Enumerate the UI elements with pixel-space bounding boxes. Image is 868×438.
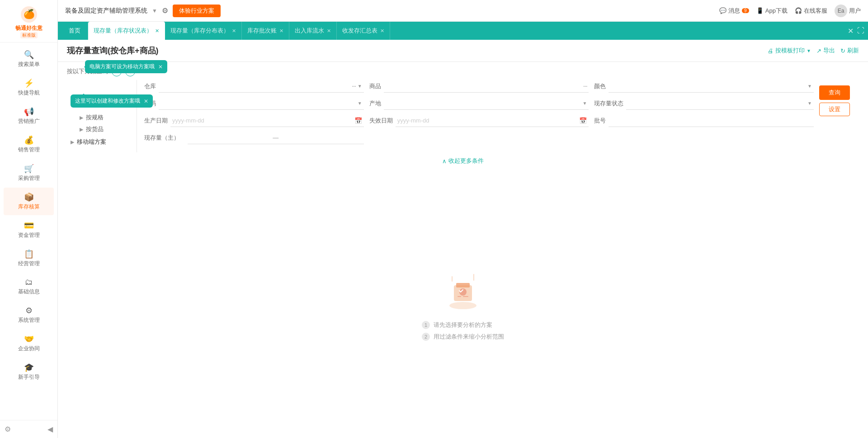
tab-inout-flow[interactable]: 出入库流水 ✕: [289, 22, 337, 40]
mobile-scheme-item[interactable]: ▶ 移动端方案: [67, 135, 137, 149]
sidebar-item-search[interactable]: 🔍 搜索菜单: [4, 45, 54, 73]
prod-date-start-input[interactable]: [172, 117, 353, 124]
tab-close-inventory-status[interactable]: ✕: [155, 28, 159, 34]
handshake-icon: 🤝: [24, 334, 34, 344]
settings-footer-icon[interactable]: ⚙: [5, 425, 11, 433]
pc-scheme-child-1[interactable]: ▶ 按规格: [76, 112, 137, 123]
fullscreen-btn[interactable]: ⛶: [857, 27, 864, 35]
scheme-panel: 这里可以创建和修改方案哦 ✕ ▼ 电脑端方案 ▶ 按规格: [67, 80, 137, 152]
search-icon: 🔍: [24, 50, 34, 60]
tab-collect-summary[interactable]: 收发存汇总表 ✕: [337, 22, 390, 40]
notification-btn[interactable]: 💬 消息 9: [719, 7, 749, 15]
tab-close-inventory-dist[interactable]: ✕: [232, 28, 236, 34]
tab-close-collect-summary[interactable]: ✕: [380, 28, 384, 34]
user-menu-btn[interactable]: Ea 用户: [835, 5, 861, 17]
field-prod-date: 生产日期 📅: [144, 114, 364, 127]
user-avatar: Ea: [835, 5, 847, 17]
warehouse-select[interactable]: ··· ▼: [159, 80, 364, 93]
sidebar-item-quicknav[interactable]: ⚡ 快捷导航: [4, 74, 54, 101]
system-dropdown-btn[interactable]: ▼: [152, 8, 157, 14]
sidebar-item-operations[interactable]: 📋 经营管理: [4, 245, 54, 272]
notification-icon: 💬: [719, 7, 726, 14]
search-btn[interactable]: 查询: [819, 85, 850, 100]
tab-home[interactable]: 首页: [61, 22, 88, 40]
tab-close-inout-flow[interactable]: ✕: [327, 28, 331, 34]
stock-qty-max-input[interactable]: [282, 134, 362, 141]
page-header: 现存量查询(按仓库+商品) 🖨 按模板打印 ▼ ↗ 导出 ↻ 刷新: [58, 40, 868, 62]
sidebar-item-marketing[interactable]: 📢 营销推广: [4, 102, 54, 130]
origin-select[interactable]: ▼: [384, 97, 589, 110]
sidebar-item-inventory[interactable]: 📦 库存核算: [4, 188, 54, 215]
warehouse-more-icon: ···: [352, 81, 356, 91]
header-settings-icon[interactable]: ⚙: [162, 6, 168, 15]
tab-inventory-dist[interactable]: 现存量（库存分布表） ✕: [165, 22, 242, 40]
field-stock-status: 现存量状态 ▼: [594, 97, 814, 110]
sidebar-item-finance[interactable]: 💳 资金管理: [4, 216, 54, 244]
search-btn-group: 查询 设置: [814, 80, 859, 152]
stock-qty-min-input[interactable]: [189, 134, 269, 141]
prod-date-control[interactable]: 📅: [170, 114, 364, 127]
empty-svg: [440, 267, 486, 312]
expire-date-control[interactable]: 📅: [396, 114, 589, 127]
page-title: 现存量查询(按仓库+商品): [67, 45, 159, 56]
tooltip1-close-btn[interactable]: ✕: [158, 64, 163, 70]
card-icon: 💳: [24, 221, 34, 231]
export-btn[interactable]: ↗ 导出: [816, 47, 835, 55]
lightning-icon: ⚡: [24, 78, 34, 88]
header-right: 💬 消息 9 📱 App下载 🎧 在线客服 Ea 用户: [719, 5, 861, 17]
print-btn[interactable]: 🖨 按模板打印 ▼: [768, 47, 811, 55]
tab-inventory-status[interactable]: 现存量（库存状况表） ✕: [88, 22, 165, 40]
header-left: 装备及固定资产辅助管理系统 ▼ ⚙ 体验行业方案: [65, 5, 221, 17]
pc-scheme-child-2[interactable]: ▶ 按货品: [76, 123, 137, 135]
folder-icon: 🗂: [25, 278, 33, 287]
color-select[interactable]: ▼: [609, 80, 814, 93]
empty-hint-2: 2 用过滤条件来缩小分析范围: [422, 333, 504, 341]
refresh-btn[interactable]: ↻ 刷新: [840, 47, 859, 55]
mobile-scheme-arrow: ▶: [71, 139, 74, 145]
color-chevron-icon: ▼: [807, 84, 812, 89]
batch-no-control[interactable]: [609, 114, 814, 127]
goods-select[interactable]: ···: [384, 80, 589, 93]
app-logo-icon: 🍊: [20, 5, 38, 24]
close-all-tabs-btn[interactable]: ✕: [848, 27, 854, 35]
sidebar-item-sales[interactable]: 💰 销售管理: [4, 131, 54, 158]
filter-row-4: 现存量（主） —: [144, 132, 814, 144]
expire-date-cal-icon[interactable]: 📅: [579, 117, 587, 124]
system-name: 装备及固定资产辅助管理系统: [65, 7, 147, 15]
goods-more-icon: ···: [583, 81, 587, 91]
empty-state: 1 请先选择要分析的方案 2 用过滤条件来缩小分析范围: [58, 170, 868, 438]
prod-date-cal-icon[interactable]: 📅: [354, 117, 362, 124]
filter-header-row: 按以下方案查询 ＋ ↻ « 电脑方案可设为移动方案哦 ✕: [58, 62, 868, 76]
empty-illustration: [440, 267, 486, 314]
sidebar-item-system[interactable]: ⚙ 系统管理: [4, 301, 54, 329]
create-tooltip: 这里可以创建和修改方案哦 ✕: [71, 94, 153, 108]
stock-status-select[interactable]: ▼: [626, 97, 814, 110]
sidebar-item-guide[interactable]: 🎓 新手引导: [4, 358, 54, 386]
online-support-btn[interactable]: 🎧 在线客服: [795, 7, 827, 15]
mobile-scheme-group: ▶ 移动端方案: [67, 135, 137, 149]
app-download-btn[interactable]: 📱 App下载: [756, 7, 788, 15]
collapse-bar[interactable]: ∧ 收起更多条件: [58, 152, 868, 170]
notification-badge: 9: [742, 8, 749, 13]
clipboard-icon: 📋: [24, 249, 34, 259]
child2-arrow: ▶: [80, 127, 83, 132]
stock-qty-control[interactable]: —: [188, 132, 364, 144]
tooltip2-close-btn[interactable]: ✕: [144, 98, 148, 104]
gear-icon: ⚙: [25, 306, 33, 316]
batch-no-input[interactable]: [610, 117, 812, 124]
sidebar-item-basic[interactable]: 🗂 基础信息: [4, 273, 54, 300]
field-color: 颜色 ▼: [594, 80, 814, 93]
sidebar-item-enterprise[interactable]: 🤝 企业协同: [4, 330, 54, 357]
tab-close-batch-ledger[interactable]: ✕: [279, 28, 283, 34]
sidebar-item-purchase[interactable]: 🛒 采购管理: [4, 159, 54, 187]
field-stock-qty: 现存量（主） —: [144, 132, 364, 144]
size-select[interactable]: ▼: [159, 97, 364, 110]
tab-batch-ledger[interactable]: 库存批次账 ✕: [242, 22, 289, 40]
expire-date-start-input[interactable]: [397, 117, 578, 124]
app-name: 畅通好生意: [15, 24, 42, 32]
speaker-icon: 📢: [24, 107, 34, 117]
svg-rect-9: [463, 296, 468, 297]
settings-btn[interactable]: 设置: [819, 103, 850, 116]
collapse-sidebar-btn[interactable]: ◀: [47, 425, 53, 433]
industry-btn[interactable]: 体验行业方案: [173, 5, 221, 17]
